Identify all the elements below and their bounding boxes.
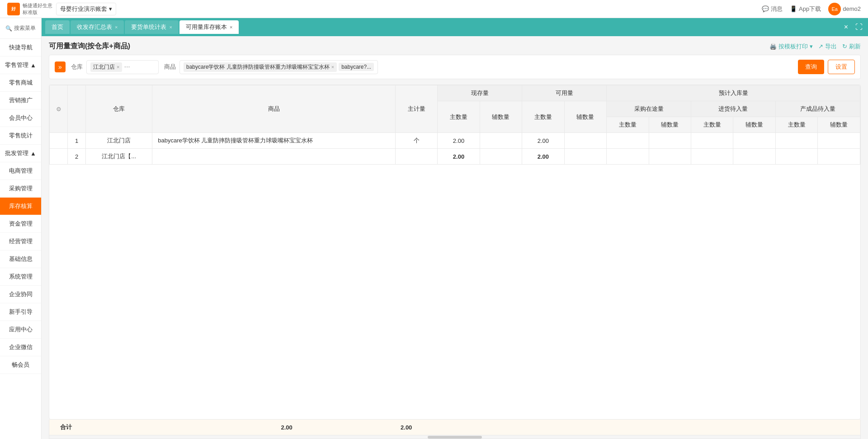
top-bar-right: 💬 消息 📱 App下载 Ea demo2: [762, 3, 861, 15]
table-settings-icon[interactable]: ⚙: [56, 106, 61, 113]
row-finished-main-cell-2: [775, 149, 817, 165]
row-purchase-main-cell: [607, 133, 649, 149]
sidebar-item-wechat[interactable]: 企业微信: [0, 339, 41, 356]
warehouse-input[interactable]: 江北门店 × ···: [86, 60, 159, 74]
warehouse-more-icon[interactable]: ···: [124, 63, 130, 71]
industry-selector[interactable]: 母婴行业演示账套 ▾: [56, 3, 116, 15]
filter-toggle-button[interactable]: »: [55, 61, 66, 72]
table-footer: 合计 2.00 2.00: [49, 420, 861, 435]
row-index-cell-2: 2: [68, 149, 86, 165]
row-warehouse-cell: 江北门店: [86, 133, 152, 149]
app-download-button[interactable]: 📱 App下载: [790, 5, 821, 13]
row-stock-main-cell-2: 2.00: [438, 149, 480, 165]
stock-aux-qty-header: 辅数量: [480, 101, 522, 133]
expand-icon-2: ▲: [30, 150, 36, 157]
tab-close-icon[interactable]: ×: [115, 24, 118, 30]
sidebar-item-app-center[interactable]: 应用中心: [0, 321, 41, 339]
horizontal-scrollbar[interactable]: [49, 435, 861, 439]
refresh-icon: ↻: [842, 43, 847, 50]
message-button[interactable]: 💬 消息: [762, 5, 783, 13]
sidebar-item-purchase[interactable]: 采购管理: [0, 180, 41, 198]
query-button[interactable]: 查询: [798, 60, 824, 74]
sidebar-item-basic-info[interactable]: 基础信息: [0, 250, 41, 268]
logo: 好 畅捷通好生意 标准版: [7, 2, 52, 15]
tab-order-stats[interactable]: 要货单统计表 ×: [125, 20, 178, 34]
main-layout: 🔍 搜索菜单 快捷导航 零售管理 ▲ 零售商城 营销推广 会员中心 零售统计 批…: [0, 18, 868, 439]
row-incoming-aux-cell-2: [733, 149, 775, 165]
sidebar-item-member[interactable]: 畅会员: [0, 356, 41, 374]
tab-receivables-summary[interactable]: 收发存汇总表 ×: [71, 20, 124, 34]
message-icon: 💬: [762, 5, 769, 12]
stock-column-header: 现存量: [438, 85, 522, 101]
sidebar: 🔍 搜索菜单 快捷导航 零售管理 ▲ 零售商城 营销推广 会员中心 零售统计 批…: [0, 18, 42, 439]
sidebar-item-member-center[interactable]: 会员中心: [0, 109, 41, 127]
export-button[interactable]: ↗ 导出: [818, 42, 837, 51]
print-button[interactable]: 🖨️ 按模板打印 ▾: [769, 42, 813, 51]
finished-aux-header: 辅数量: [818, 117, 860, 133]
sidebar-item-guide[interactable]: 新手引导: [0, 303, 41, 321]
tab-close-all-button[interactable]: ×: [842, 21, 850, 33]
print-icon: 🖨️: [769, 43, 777, 50]
chevron-down-icon: ▾: [109, 5, 112, 12]
available-main-qty-header: 主数量: [522, 101, 564, 133]
table-container[interactable]: ⚙ 仓库 商品 主计量 现存量 可用量 预计入库量 主数量 辅数: [49, 85, 861, 420]
sidebar-item-system[interactable]: 系统管理: [0, 268, 41, 286]
scrollbar-thumb[interactable]: [428, 436, 482, 439]
expand-icon: ▲: [30, 62, 36, 69]
row-finished-aux-cell-2: [818, 149, 860, 165]
sidebar-item-wholesale-management[interactable]: 批发管理 ▲: [0, 145, 41, 162]
sidebar-item-ecommerce[interactable]: 电商管理: [0, 162, 41, 180]
row-unit-cell-2: [395, 149, 437, 165]
sidebar-item-fast-nav[interactable]: 快捷导航: [0, 39, 41, 57]
user-menu[interactable]: Ea demo2: [828, 3, 861, 15]
row-available-aux-cell: [564, 133, 606, 149]
settings-button[interactable]: 设置: [828, 60, 855, 74]
print-dropdown-icon: ▾: [810, 43, 813, 50]
warehouse-label: 仓库: [71, 63, 83, 71]
tab-available-inventory[interactable]: 可用量库存账本 ×: [179, 20, 239, 34]
content-area: 可用量查询(按仓库+商品) 🖨️ 按模板打印 ▾ ↗ 导出 ↻ 刷新: [42, 36, 868, 439]
tab-close-icon-2[interactable]: ×: [169, 24, 172, 30]
sidebar-item-operations[interactable]: 经营管理: [0, 233, 41, 250]
sidebar-item-marketing[interactable]: 营销推广: [0, 92, 41, 109]
purchase-aux-header: 辅数量: [649, 117, 691, 133]
logo-icon: 好: [7, 3, 20, 15]
inventory-table: ⚙ 仓库 商品 主计量 现存量 可用量 预计入库量 主数量 辅数: [49, 85, 860, 165]
footer-stock-main-total: 2.00: [257, 424, 316, 431]
fullscreen-button[interactable]: ⛶: [854, 21, 864, 33]
tab-close-icon-3[interactable]: ×: [230, 24, 232, 30]
sidebar-item-retail-stats[interactable]: 零售统计: [0, 127, 41, 145]
product-tag-1-close[interactable]: ×: [331, 64, 334, 70]
row-available-aux-cell-2: [564, 149, 606, 165]
page-title: 可用量查询(按仓库+商品): [49, 42, 130, 51]
row-stock-aux-cell-2: [480, 149, 522, 165]
row-incoming-main-cell-2: [691, 149, 733, 165]
filter-actions: 查询 设置: [798, 60, 855, 74]
sidebar-item-enterprise-collab[interactable]: 企业协同: [0, 286, 41, 303]
tab-home[interactable]: 首页: [45, 20, 70, 34]
row-available-main-cell: 2.00: [522, 133, 564, 149]
predicted-inbound-header: 预计入库量: [607, 85, 860, 101]
refresh-button[interactable]: ↻ 刷新: [842, 42, 861, 51]
page-actions: 🖨️ 按模板打印 ▾ ↗ 导出 ↻ 刷新: [769, 42, 861, 51]
sidebar-item-retail-mall[interactable]: 零售商城: [0, 74, 41, 92]
sidebar-item-finance[interactable]: 资金管理: [0, 215, 41, 233]
sidebar-item-retail-management[interactable]: 零售管理 ▲: [0, 57, 41, 74]
settings-column-header: ⚙: [50, 85, 68, 133]
finished-main-header: 主数量: [775, 117, 817, 133]
table-row: 1 江北门店 babycare学饮杯 儿童防摔防撞吸管杯重力球吸嘴杯宝宝水杯 个…: [50, 133, 860, 149]
warehouse-tag-close[interactable]: ×: [117, 64, 119, 70]
sidebar-item-inventory[interactable]: 库存核算: [0, 198, 41, 215]
row-finished-aux-cell: [818, 133, 860, 149]
product-label: 商品: [164, 63, 176, 71]
unit-column-header: 主计量: [395, 85, 437, 133]
row-purchase-aux-cell-2: [649, 149, 691, 165]
search-menu-button[interactable]: 🔍 搜索菜单: [4, 23, 38, 34]
row-settings-cell: [50, 133, 68, 149]
logo-text: 畅捷通好生意 标准版: [23, 2, 52, 15]
tab-bar-actions: × ⛶: [842, 21, 864, 33]
row-incoming-aux-cell: [733, 133, 775, 149]
product-tag-1: babycare学饮杯 儿童防摔防撞吸管杯重力球吸嘴杯宝宝水杯 ×: [184, 62, 337, 72]
row-product-cell-2: [152, 149, 396, 165]
product-input[interactable]: babycare学饮杯 儿童防摔防撞吸管杯重力球吸嘴杯宝宝水杯 × babyca…: [179, 60, 378, 74]
